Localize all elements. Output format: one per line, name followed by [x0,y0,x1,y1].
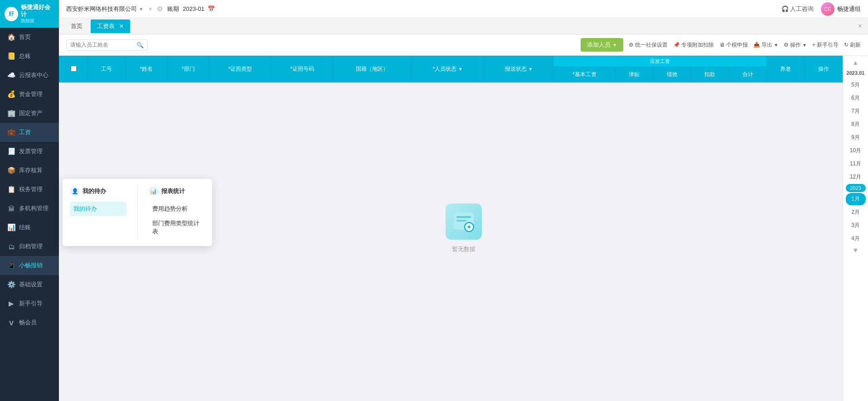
th-country: 国籍（地区） [333,56,412,82]
th-group-salary: 应发工资 [553,56,767,67]
headset-icon: 🎧 [781,5,789,12]
month-prev-btn[interactable]: ▲ [851,58,860,68]
sidebar-item-inventory[interactable]: 📦 库存核算 [0,161,59,180]
add-person-btn[interactable]: 添加人员 ▼ [581,38,623,52]
th-id-no: *证照号码 [271,56,333,82]
month-item-12[interactable]: 12月 [846,171,866,183]
salary-icon: 💼 [7,128,15,136]
operations-label: 操作 [790,41,801,49]
sidebar-item-fund[interactable]: 💰 资金管理 [0,85,59,104]
month-item-6[interactable]: 6月 [846,92,866,104]
deduct-action[interactable]: 📌 专项附加扣除 [673,41,714,49]
deduct-icon: 📌 [673,42,680,48]
table-header-row: 工号 *姓名 *部门 *证照类型 *证照号码 国籍（地区） *人员状态 ▼ 报送… [59,56,843,67]
month-next-btn[interactable]: ▼ [851,245,860,255]
operations-action[interactable]: ⚙ 操作 ▼ [784,41,807,49]
social-icon: ⚙ [629,42,634,48]
tab-salary[interactable]: 工资表 ✕ [91,19,130,33]
th-action: 操作 [805,56,843,82]
sidebar-item-multi[interactable]: 🏛 多机构管理 [0,199,59,218]
deduct-label: 专项附加扣除 [681,41,714,49]
th-name: *姓名 [126,56,167,82]
tab-close-btn[interactable]: ✕ [119,23,124,29]
toolbar-right: 添加人员 ▼ ⚙ 统一社保设置 📌 专项附加扣除 🖥 个税申报 📤 导出 ▼ [581,38,861,52]
company-dropdown-icon[interactable]: ▼ [139,6,144,12]
inventory-icon: 📦 [7,166,15,174]
report-filter-icon[interactable]: ▼ [528,67,533,72]
sidebar-label-inventory: 库存核算 [19,166,43,174]
dropdown-cols: 👤 我的待办 我的待办 📊 报表统计 费用趋势分析 部门费用类型统计表 [70,186,205,239]
month-item-4[interactable]: 4月 [846,232,866,245]
sidebar-label-invoice: 发票管理 [19,147,43,155]
sidebar-item-tax[interactable]: 📋 税务管理 [0,180,59,199]
sidebar-label-salary: 工资 [19,128,31,136]
sidebar-item-member[interactable]: V 畅会员 [0,313,59,332]
app-logo[interactable]: 好 畅捷通好会计 旗舰版 [0,0,59,28]
export-label: 导出 [761,41,772,49]
month-item-5[interactable]: 5月 [846,79,866,91]
th-status: *人员状态 ▼ [411,56,484,82]
export-icon: 📤 [753,42,760,48]
company-name-text: 西安虾米网络科技有限公司 [66,5,137,13]
sidebar-item-basic[interactable]: ⚙️ 基础设置 [0,275,59,294]
calendar-icon[interactable]: 📅 [208,5,215,12]
sidebar-item-home[interactable]: 🏠 首页 [0,28,59,47]
guide-action[interactable]: + 新手引导 [812,41,839,49]
tax-report-action[interactable]: 🖥 个税申报 [719,41,748,49]
month-item-10[interactable]: 10月 [846,145,866,157]
search-input[interactable] [70,42,134,48]
guide-action-icon: + [812,42,815,48]
month-item-11[interactable]: 11月 [846,158,866,170]
sidebar-item-guide[interactable]: ▶ 新手引导 [0,294,59,313]
company-selector[interactable]: 西安虾米网络科技有限公司 ▼ [66,5,144,13]
dropdown-my-todo[interactable]: 我的待办 [70,202,126,216]
refresh-action[interactable]: ↻ 刷新 [844,41,861,49]
sidebar-item-xiao[interactable]: 📱 小畅报销 [0,256,59,275]
dropdown-col1: 👤 我的待办 我的待办 [70,186,126,239]
add-company-btn[interactable]: + [148,5,152,13]
month-item-2[interactable]: 2月 [846,206,866,218]
sidebar-item-ledger[interactable]: 📒 总账 [0,47,59,66]
th-subsidy: 津贴 [616,67,653,82]
sidebar-label-archive: 归档管理 [19,242,43,251]
export-action[interactable]: 📤 导出 ▼ [753,41,778,49]
dropdown-col1-label: 我的待办 [82,187,106,195]
sidebar-label-multi: 多机构管理 [19,204,48,213]
sidebar-item-assets[interactable]: 🏢 固定资产 [0,104,59,123]
month-item-1[interactable]: 1月 [846,193,866,205]
settings-icon[interactable]: ⚙ [157,5,163,13]
sidebar: 好 畅捷通好会计 旗舰版 🏠 首页 📒 总账 ☁️ 云报表中心 💰 资金管理 🏢… [0,0,59,401]
app-edition: 旗舰版 [21,18,54,24]
social-action[interactable]: ⚙ 统一社保设置 [629,41,668,49]
tax-report-label: 个税申报 [726,41,748,49]
month-item-8[interactable]: 8月 [846,118,866,130]
sidebar-item-invoice[interactable]: 🧾 发票管理 [0,142,59,161]
xiao-dropdown-panel: 👤 我的待办 我的待办 📊 报表统计 费用趋势分析 部门费用类型统计表 [63,179,212,246]
sidebar-item-archive[interactable]: 🗂 归档管理 [0,237,59,256]
sidebar-item-settlement[interactable]: 📊 结账 [0,218,59,237]
service-btn[interactable]: 🎧 人工咨询 [781,5,814,13]
app-name: 畅捷通好会计 [21,4,54,18]
month-item-7[interactable]: 7月 [846,105,866,117]
search-icon[interactable]: 🔍 [136,42,144,48]
th-dept: *部门 [167,56,209,82]
sidebar-label-settlement: 结账 [19,223,31,232]
select-all-checkbox[interactable] [71,66,77,72]
tab-home[interactable]: 首页 [64,19,89,33]
sidebar-label-fund: 资金管理 [19,90,43,98]
tab-close-all-btn[interactable]: ✕ [858,23,863,29]
salary-table: 工号 *姓名 *部门 *证照类型 *证照号码 国籍（地区） *人员状态 ▼ 报送… [59,56,843,82]
sidebar-item-salary[interactable]: 💼 工资 [0,123,59,142]
th-checkbox [59,56,88,82]
status-filter-icon[interactable]: ▼ [458,67,463,72]
dropdown-col2-label: 报表统计 [161,187,185,195]
sidebar-label-xiao: 小畅报销 [19,261,43,270]
empty-text: 暂无数据 [446,245,482,253]
refresh-icon: ↻ [844,42,849,48]
member-icon: V [7,319,15,327]
month-item-9[interactable]: 9月 [846,131,866,144]
month-item-3[interactable]: 3月 [846,219,866,232]
sidebar-item-cloud[interactable]: ☁️ 云报表中心 [0,66,59,85]
dropdown-dept-cost[interactable]: 部门费用类型统计表 [149,216,205,239]
dropdown-cost-trend[interactable]: 费用趋势分析 [149,202,205,216]
